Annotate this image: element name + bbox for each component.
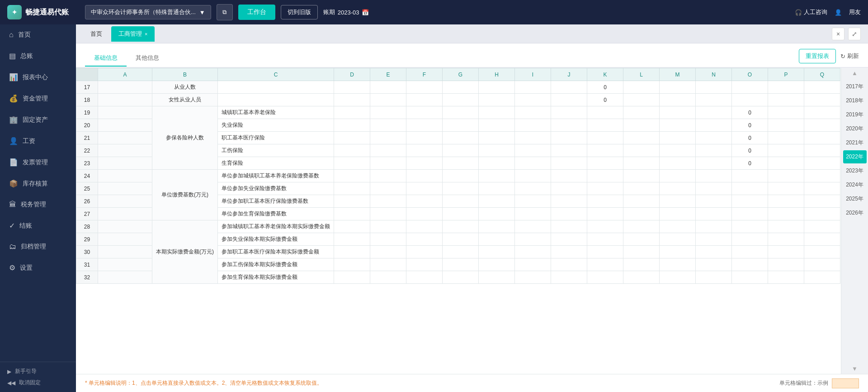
cell-26-O[interactable] [732, 195, 768, 208]
cell-23-K[interactable] [587, 157, 623, 170]
cell-27-I[interactable] [515, 208, 551, 220]
cell-20-H[interactable] [479, 119, 515, 132]
cell-25-A[interactable] [98, 182, 152, 195]
service-btn[interactable]: 🎧 人工咨询 [795, 8, 827, 16]
cell-17-L[interactable] [623, 81, 660, 94]
cell-25-E[interactable] [370, 182, 406, 195]
cell-19-L[interactable] [623, 106, 660, 119]
cell-23-O[interactable]: 0 [732, 157, 768, 170]
reset-report-btn[interactable]: 重置报表 [799, 49, 836, 63]
cell-32-O[interactable] [732, 271, 768, 284]
sidebar-item-ledger[interactable]: ▤ 总账 [0, 45, 76, 67]
cell-23-E[interactable] [370, 157, 406, 170]
cell-29-F[interactable] [406, 233, 443, 246]
cell-17-K[interactable]: 0 [587, 81, 623, 94]
cell-31-J[interactable] [551, 258, 587, 271]
sidebar-item-tax[interactable]: 🏛 税务管理 [0, 194, 76, 215]
cell-18-A[interactable] [98, 94, 152, 106]
cell-29-D[interactable] [334, 233, 370, 246]
cell-32-J[interactable] [551, 271, 587, 284]
cell-17-F[interactable] [406, 81, 443, 94]
cell-25-D[interactable] [334, 182, 370, 195]
cell-24-H[interactable] [479, 170, 515, 182]
cell-30-F[interactable] [406, 246, 443, 258]
cell-18-J[interactable] [551, 94, 587, 106]
unpin-btn[interactable]: ◀◀ 取消固定 [7, 379, 69, 387]
cell-25-O[interactable] [732, 182, 768, 195]
cell-19-P[interactable] [768, 106, 804, 119]
cell-32-Q[interactable] [804, 271, 840, 284]
sub-tab-other[interactable]: 其他信息 [127, 50, 168, 67]
cell-25-M[interactable] [660, 182, 696, 195]
cell-29-H[interactable] [479, 233, 515, 246]
cell-24-E[interactable] [370, 170, 406, 182]
sidebar-item-archive[interactable]: 🗂 归档管理 [0, 236, 76, 257]
cell-23-P[interactable] [768, 157, 804, 170]
cell-27-G[interactable] [443, 208, 479, 220]
sidebar-item-reports[interactable]: 📊 报表中心 [0, 67, 76, 88]
old-version-button[interactable]: 切到旧版 [281, 5, 318, 19]
sidebar-item-payroll[interactable]: 👤 工资 [0, 130, 76, 152]
cell-18-K[interactable]: 0 [587, 94, 623, 106]
cell-32-F[interactable] [406, 271, 443, 284]
cell-17-H[interactable] [479, 81, 515, 94]
cell-26-A[interactable] [98, 195, 152, 208]
cell-18-L[interactable] [623, 94, 660, 106]
cell-30-Q[interactable] [804, 246, 840, 258]
cell-22-P[interactable] [768, 144, 804, 157]
cell-31-D[interactable] [334, 258, 370, 271]
sidebar-item-invoice[interactable]: 📄 发票管理 [0, 152, 76, 173]
cell-27-H[interactable] [479, 208, 515, 220]
cell-18-G[interactable] [443, 94, 479, 106]
cell-19-Q[interactable] [804, 106, 840, 119]
cell-24-L[interactable] [623, 170, 660, 182]
cell-30-L[interactable] [623, 246, 660, 258]
cell-21-H[interactable] [479, 132, 515, 144]
cell-17-O[interactable] [732, 81, 768, 94]
cell-23-Q[interactable] [804, 157, 840, 170]
cell-28-B[interactable]: 本期实际缴费金额(万元) [152, 220, 218, 284]
cell-30-J[interactable] [551, 246, 587, 258]
cell-28-N[interactable] [696, 220, 732, 233]
cell-19-G[interactable] [443, 106, 479, 119]
cell-29-K[interactable] [587, 233, 623, 246]
cell-29-Q[interactable] [804, 233, 840, 246]
cell-19-H[interactable] [479, 106, 515, 119]
refresh-btn[interactable]: ↻ 刷新 [840, 52, 859, 60]
cell-31-H[interactable] [479, 258, 515, 271]
cell-29-I[interactable] [515, 233, 551, 246]
cell-29-N[interactable] [696, 233, 732, 246]
spreadsheet-main[interactable]: A B C D E F G H I J K L [76, 68, 841, 374]
cell-31-E[interactable] [370, 258, 406, 271]
cell-22-C[interactable]: 工伤保险 [218, 144, 334, 157]
cell-21-C[interactable]: 职工基本医疗保险 [218, 132, 334, 144]
cell-27-Q[interactable] [804, 208, 840, 220]
cell-22-H[interactable] [479, 144, 515, 157]
year-item-2017[interactable]: 2017年 [843, 80, 867, 93]
cell-17-E[interactable] [370, 81, 406, 94]
cell-23-M[interactable] [660, 157, 696, 170]
cell-17-J[interactable] [551, 81, 587, 94]
cell-30-D[interactable] [334, 246, 370, 258]
cell-24-O[interactable] [732, 170, 768, 182]
tab-close-icon[interactable]: × [145, 31, 147, 37]
cell-25-F[interactable] [406, 182, 443, 195]
cell-27-C[interactable]: 单位参加生育保险缴费基数 [218, 208, 334, 220]
cell-24-N[interactable] [696, 170, 732, 182]
cell-21-J[interactable] [551, 132, 587, 144]
cell-32-D[interactable] [334, 271, 370, 284]
sidebar-item-close[interactable]: ✓ 结账 [0, 215, 76, 236]
cell-32-M[interactable] [660, 271, 696, 284]
cell-30-G[interactable] [443, 246, 479, 258]
cell-28-J[interactable] [551, 220, 587, 233]
cell-31-M[interactable] [660, 258, 696, 271]
cell-32-K[interactable] [587, 271, 623, 284]
cell-27-J[interactable] [551, 208, 587, 220]
cell-22-L[interactable] [623, 144, 660, 157]
cell-20-E[interactable] [370, 119, 406, 132]
cell-22-F[interactable] [406, 144, 443, 157]
cell-19-E[interactable] [370, 106, 406, 119]
cell-17-A[interactable] [98, 81, 152, 94]
cell-26-N[interactable] [696, 195, 732, 208]
cell-24-M[interactable] [660, 170, 696, 182]
